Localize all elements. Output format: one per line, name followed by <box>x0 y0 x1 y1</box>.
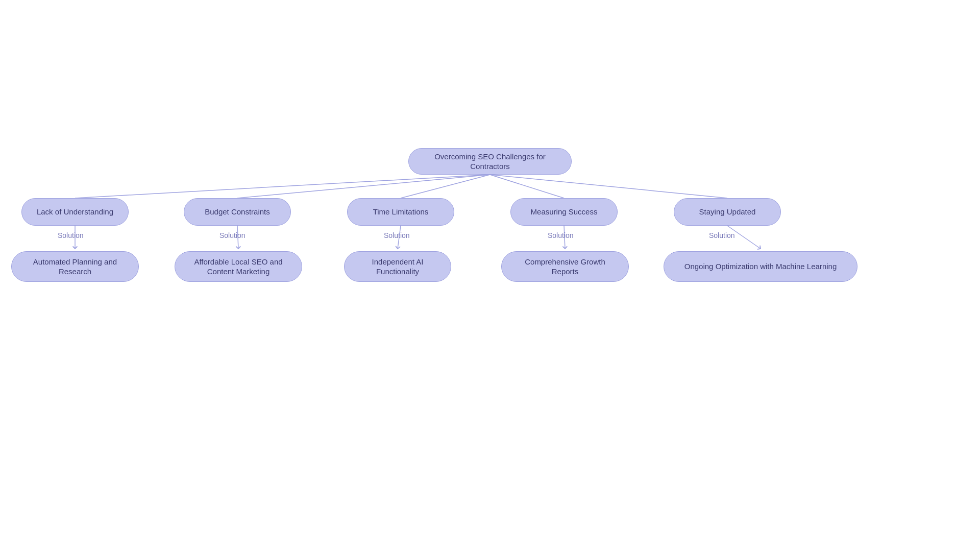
challenge-node-2: Budget Constraints <box>184 198 291 226</box>
challenge-node-5: Staying Updated <box>674 198 781 226</box>
solution-node-5: Ongoing Optimization with Machine Learni… <box>664 251 857 282</box>
challenge-node-3: Time Limitations <box>347 198 454 226</box>
challenge-node-1: Lack of Understanding <box>21 198 129 226</box>
solution-node-1: Automated Planning and Research <box>11 251 139 282</box>
solution-label-3: Solution <box>384 231 410 239</box>
solution-label-1: Solution <box>58 231 84 239</box>
solution-label-4: Solution <box>548 231 574 239</box>
solution-node-2: Affordable Local SEO and Content Marketi… <box>175 251 302 282</box>
svg-line-0 <box>75 175 490 198</box>
solution-node-3: Independent AI Functionality <box>344 251 451 282</box>
svg-line-3 <box>490 175 564 198</box>
root-node: Overcoming SEO Challenges for Contractor… <box>408 148 572 175</box>
svg-line-2 <box>401 175 490 198</box>
solution-label-2: Solution <box>219 231 246 239</box>
challenge-node-4: Measuring Success <box>510 198 618 226</box>
svg-line-4 <box>490 175 727 198</box>
solution-label-5: Solution <box>709 231 735 239</box>
diagram-container: Overcoming SEO Challenges for Contractor… <box>0 0 980 553</box>
svg-line-1 <box>237 175 490 198</box>
solution-node-4: Comprehensive Growth Reports <box>501 251 629 282</box>
